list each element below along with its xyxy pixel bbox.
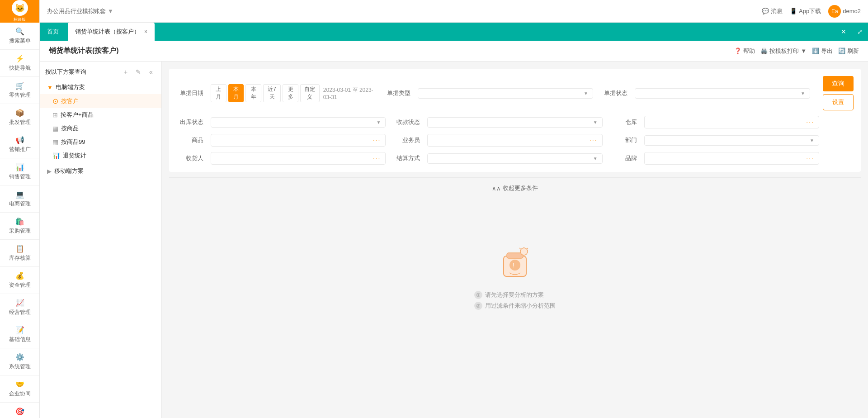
brand-select[interactable]: ··· <box>644 152 819 165</box>
svg-text:!: ! <box>513 261 514 269</box>
print-dropdown-icon: ▼ <box>801 48 807 54</box>
empty-state: ! ① 请先选择要分析的方案 <box>169 204 861 349</box>
message-btn[interactable]: 💬 消息 <box>762 7 783 15</box>
collapse-up-icon: ∧∧ <box>492 185 501 192</box>
filter-row-3: 商品 ··· 业务员 ··· 部门 ▼ <box>176 134 854 147</box>
tab-active-label: 销货单统计表（按客户） <box>75 28 140 36</box>
order-type-arrow-icon: ▼ <box>584 91 588 96</box>
edit-plan-btn[interactable]: ✎ <box>133 67 143 77</box>
sidebar-item-inventory[interactable]: 📋 库存核算 <box>0 240 39 267</box>
order-type-select[interactable]: ▼ <box>418 88 593 99</box>
salesperson-select[interactable]: ··· <box>427 134 602 147</box>
window-close-icon[interactable]: ✕ <box>835 28 852 35</box>
sidebar-item-quick-nav[interactable]: ⚡ 快捷导航 <box>0 50 39 77</box>
payment-arrow-icon: ▼ <box>593 120 598 125</box>
order-status-select[interactable]: ▼ <box>635 88 810 99</box>
sidebar-item-basic[interactable]: 📝 基础信息 <box>0 321 39 348</box>
sidebar-item-collab[interactable]: 🤝 企业协同 <box>0 375 39 403</box>
export-label: 导出 <box>821 47 833 55</box>
sidebar-item-ecommerce[interactable]: 💻 电商管理 <box>0 185 39 213</box>
sidebar-item-label: 经营管理 <box>9 309 31 316</box>
sidebar-item-marketing[interactable]: 📢 营销推广 <box>0 131 39 158</box>
filter-row-4: 收货人 ··· 结算方式 ▼ 品牌 ··· <box>176 152 854 165</box>
tree-mobile-label: 移动端方案 <box>54 167 84 175</box>
date-btn-this-year[interactable]: 本年 <box>245 84 261 102</box>
tree-item-by-customer-goods[interactable]: ⊞ 按客户+商品 <box>40 108 161 122</box>
sidebar-item-sales[interactable]: 📊 销售管理 <box>0 158 39 185</box>
dept-select[interactable]: ▼ <box>644 135 819 146</box>
sidebar-item-purchase[interactable]: 🛍️ 采购管理 <box>0 213 39 240</box>
help-btn[interactable]: ❓ 帮助 <box>734 47 755 55</box>
delivery-status-select[interactable]: ▼ <box>211 117 386 128</box>
collab-icon: 🤝 <box>15 380 24 389</box>
svg-line-6 <box>527 248 528 249</box>
sidebar-item-ops[interactable]: 📈 经营管理 <box>0 294 39 321</box>
collapse-panel-btn[interactable]: « <box>146 67 156 77</box>
goods-select[interactable]: ··· <box>211 134 386 147</box>
payment-method-arrow-icon: ▼ <box>593 156 598 161</box>
sidebar-item-wholesale[interactable]: 📦 批发管理 <box>0 104 39 131</box>
payment-status-select[interactable]: ▼ <box>427 117 602 128</box>
module-name: 办公用品行业模拟账套 <box>47 7 106 15</box>
tree-item-return-stats[interactable]: 📊 退货统计 <box>40 149 161 162</box>
warehouse-select[interactable]: ··· <box>644 116 819 128</box>
salesperson-label: 业务员 <box>393 136 420 144</box>
export-btn[interactable]: ⬇️ 导出 <box>812 47 833 55</box>
tree-node-desktop[interactable]: ▼ 电脑端方案 <box>40 81 161 94</box>
top-bar-left: 办公用品行业模拟账套 ▼ <box>47 7 113 15</box>
tree-item-icon: ⊙ <box>52 97 58 105</box>
tree-item-by-goods[interactable]: ▦ 按商品 <box>40 122 161 135</box>
svg-point-2 <box>509 260 520 271</box>
tree-item-by-goods99[interactable]: ▦ 按商品99 <box>40 135 161 149</box>
right-panel: 单据日期 上月 本月 本年 近7天 更多 自定义 2023-03-01 至 20… <box>162 62 868 418</box>
dept-arrow-icon: ▼ <box>810 138 814 143</box>
collapse-btn[interactable]: ∧∧ 收起更多条件 <box>173 181 857 195</box>
ecommerce-icon: 💻 <box>15 190 24 199</box>
page-title: 销货单统计表(按客户) <box>49 46 119 56</box>
refresh-btn[interactable]: 🔄 刷新 <box>838 47 859 55</box>
tab-home[interactable]: 首页 <box>40 23 66 41</box>
print-label: 按模板打印 <box>769 47 799 55</box>
date-btn-more[interactable]: 更多 <box>283 84 298 102</box>
add-plan-btn[interactable]: + <box>121 67 131 77</box>
sidebar-item-guide[interactable]: 🎯 新手引导 <box>0 403 39 418</box>
sidebar-item-retail[interactable]: 🛒 零售管理 <box>0 77 39 104</box>
brand-dots-icon: ··· <box>806 155 814 162</box>
quick-nav-icon: ⚡ <box>15 54 24 63</box>
date-btn-this-month[interactable]: 本月 <box>228 84 244 102</box>
search-icon: 🔍 <box>15 27 24 36</box>
module-selector[interactable]: 办公用品行业模拟账套 ▼ <box>47 7 113 15</box>
recipient-select[interactable]: ··· <box>211 152 386 165</box>
date-btn-last-month[interactable]: 上月 <box>211 84 226 102</box>
app-download-icon: 📱 <box>790 8 797 14</box>
query-button[interactable]: 查询 <box>823 76 854 91</box>
page-actions: ❓ 帮助 🖨️ 按模板打印 ▼ ⬇️ 导出 🔄 刷新 <box>734 47 859 55</box>
tab-active[interactable]: 销货单统计表（按客户） × <box>68 23 155 41</box>
sidebar-item-finance[interactable]: 💰 资金管理 <box>0 267 39 294</box>
finance-icon: 💰 <box>15 271 24 280</box>
sidebar-item-search[interactable]: 🔍 搜索菜单 <box>0 23 39 50</box>
collapse-bar[interactable]: ∧∧ 收起更多条件 <box>169 177 861 199</box>
tree-node-mobile[interactable]: ▶ 移动端方案 <box>40 164 161 178</box>
order-status-label: 单据状态 <box>600 89 627 97</box>
user-profile[interactable]: Ea demo2 <box>828 5 861 18</box>
tree-item-by-customer[interactable]: ⊙ 按客户 <box>40 94 161 108</box>
date-btn-7days[interactable]: 近7天 <box>263 84 281 102</box>
filter-row-2: 出库状态 ▼ 收款状态 ▼ 仓库 ··· <box>176 116 854 128</box>
date-btn-custom[interactable]: 自定义 <box>300 84 320 102</box>
payment-method-select[interactable]: ▼ <box>427 153 602 164</box>
sidebar-item-system[interactable]: ⚙️ 系统管理 <box>0 348 39 375</box>
tab-close-icon[interactable]: × <box>144 28 147 35</box>
sidebar-item-label: 搜索菜单 <box>9 37 31 45</box>
print-btn[interactable]: 🖨️ 按模板打印 ▼ <box>760 47 807 55</box>
app-logo[interactable]: 🐱 标账版 <box>0 0 39 23</box>
warehouse-dots-icon: ··· <box>806 119 814 126</box>
window-maximize-icon[interactable]: ⤢ <box>852 28 868 35</box>
dept-label: 部门 <box>610 136 637 144</box>
date-range-display: 2023-03-01 至 2023-03-31 <box>323 86 376 100</box>
help-label: 帮助 <box>743 47 755 55</box>
purchase-icon: 🛍️ <box>15 217 24 226</box>
app-download-btn[interactable]: 📱 App下载 <box>790 7 821 15</box>
module-dropdown-icon: ▼ <box>108 8 113 14</box>
settings-button[interactable]: 设置 <box>823 94 854 110</box>
